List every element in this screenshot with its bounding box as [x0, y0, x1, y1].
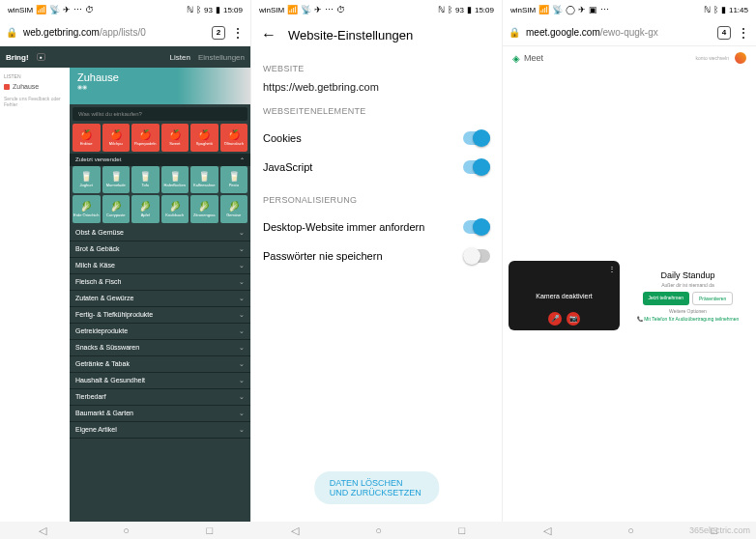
bring-sidebar: LISTEN Zuhause Sende uns Feedback oder F…	[0, 68, 70, 522]
category-row[interactable]: Getränke & Tabak⌄	[70, 356, 250, 373]
signal-icon: 📶	[538, 5, 549, 14]
chevron-down-icon: ⌄	[239, 410, 245, 417]
recent-tile[interactable]: 🥛Haferflocken	[161, 166, 189, 194]
category-row[interactable]: Haushalt & Gesundheit⌄	[70, 373, 250, 389]
meet-icon: ◈	[512, 53, 520, 64]
reset-data-button[interactable]: DATEN LÖSCHEN UND ZURÜCKSETZEN	[314, 471, 440, 504]
toggle-desktop[interactable]	[463, 220, 490, 234]
circle-icon: ◯	[566, 5, 575, 14]
sidebar-item-zuhause[interactable]: Zuhause	[4, 83, 66, 90]
carrier-label: winSIM	[8, 6, 33, 14]
back-button[interactable]: ◁	[39, 525, 46, 537]
recent-tile[interactable]: 🥛Tofu	[131, 166, 160, 194]
more-options-link[interactable]: Weitere Optionen	[625, 308, 750, 314]
shopping-tile[interactable]: 🍎Spaghetti	[190, 124, 218, 152]
recent-tile[interactable]: 🥛Kaffeesahne	[190, 166, 218, 194]
wifi-icon: 📡	[301, 5, 311, 14]
present-button[interactable]: Präsentieren	[692, 292, 733, 305]
category-row[interactable]: Fleisch & Fisch⌄	[70, 274, 250, 291]
recent-tile[interactable]: 🥬Zitronengras	[190, 195, 218, 223]
category-row[interactable]: Baumarkt & Garten⌄	[70, 406, 250, 422]
back-button[interactable]: ◁	[291, 525, 299, 537]
row-javascript[interactable]: JavaScript	[263, 153, 490, 182]
meeting-info: Daily Standup Außer dir ist niemand da J…	[625, 270, 750, 322]
nav-listen[interactable]: Listen	[170, 53, 190, 62]
more-icon: ⋯	[325, 5, 334, 14]
recent-tile[interactable]: 🥬Erde Oriechich	[73, 195, 101, 223]
category-row[interactable]: Fertig- & Tiefkühlprodukte⌄	[70, 307, 250, 324]
category-row[interactable]: Obst & Gemüse⌄	[70, 225, 250, 241]
category-row[interactable]: Zutaten & Gewürze⌄	[70, 291, 250, 307]
category-row[interactable]: Getreideprodukte⌄	[70, 324, 250, 340]
category-row[interactable]: Brot & Gebäck⌄	[70, 241, 250, 258]
recent-tile[interactable]: 🥬Gemüse	[220, 195, 248, 223]
android-nav-bar: ◁ ○ □	[0, 522, 251, 539]
url-text: meet.google.com/ewo-qugk-gx	[526, 27, 712, 38]
chevron-down-icon: ⌄	[239, 393, 245, 401]
back-arrow-icon[interactable]: ←	[261, 26, 276, 43]
category-row[interactable]: Tierbedarf⌄	[70, 389, 250, 406]
chevron-down-icon: ⌄	[239, 295, 245, 302]
avatar[interactable]	[735, 52, 746, 64]
browser-url-bar[interactable]: 🔒 web.getbring.com/app/lists/0 2 ⋮	[0, 19, 250, 46]
tab-count-button[interactable]: 4	[717, 26, 731, 40]
url-text: web.getbring.com/app/lists/0	[23, 27, 206, 38]
tab-count-button[interactable]: 2	[212, 26, 225, 40]
android-nav-bar: ◁ ○ □	[252, 522, 504, 539]
toggle-javascript[interactable]	[463, 160, 490, 174]
badge: ●	[37, 53, 45, 61]
join-button[interactable]: Jetzt teilnehmen	[643, 292, 689, 305]
search-input[interactable]: Was willst du einkaufen?	[73, 107, 247, 121]
row-passwords[interactable]: Passwörter nie speichern	[263, 241, 490, 270]
recent-tile[interactable]: 🥛Marmelade	[102, 166, 131, 194]
shopping-items-row: 🍎Erdöse🍎Milchpu🍎Paperpodeln🍎Sweet🍎Spaghe…	[70, 124, 250, 152]
home-button[interactable]: ○	[123, 525, 130, 536]
menu-dots-icon[interactable]: ⋮	[737, 26, 750, 40]
home-button[interactable]: ○	[375, 525, 382, 536]
browser-url-bar[interactable]: 🔒 meet.google.com/ewo-qugk-gx 4 ⋮	[503, 19, 756, 46]
recent-tile[interactable]: 🥬Currypaste	[102, 195, 131, 223]
account-link[interactable]: konto wechseln	[696, 55, 729, 61]
shopping-tile[interactable]: 🍎Erdöse	[73, 124, 101, 152]
row-cookies[interactable]: Cookies	[263, 124, 490, 153]
recent-tile[interactable]: 🥛Pesto	[220, 166, 248, 194]
menu-dots-icon[interactable]: ⋮	[231, 26, 245, 40]
category-row[interactable]: Snacks & Süsswaren⌄	[70, 340, 250, 356]
recent-tile[interactable]: 🥬Äpfel	[131, 195, 160, 223]
category-row[interactable]: Eigene Artikel⌄	[70, 422, 250, 439]
home-button[interactable]: ○	[627, 525, 634, 536]
chevron-down-icon: ⌄	[239, 426, 245, 434]
chevron-down-icon: ⌄	[239, 344, 245, 352]
nfc-icon: ℕ	[187, 5, 193, 14]
telegram-icon: ✈	[314, 5, 322, 14]
row-desktop-site[interactable]: Desktop-Website immer anfordern	[263, 213, 490, 241]
toggle-passwords[interactable]	[463, 249, 490, 263]
category-row[interactable]: Milch & Käse⌄	[70, 258, 250, 274]
recents-button[interactable]: □	[459, 525, 466, 536]
recent-section-label[interactable]: Zuletzt verwendet⌃	[70, 154, 250, 166]
more-icon: ⋯	[73, 5, 82, 14]
toggle-cookies[interactable]	[463, 131, 490, 145]
shopping-tile[interactable]: 🍎Sweet	[161, 124, 189, 152]
shopping-tile[interactable]: 🍎Milchpu	[102, 124, 131, 152]
recent-tile[interactable]: 🥬Knoblauch	[161, 195, 189, 223]
chevron-down-icon: ⌄	[239, 311, 245, 319]
app-icon: ▣	[589, 5, 597, 14]
shopping-tile[interactable]: 🍎Oltranslach	[220, 124, 248, 152]
preview-menu-icon[interactable]: ⋮	[608, 265, 616, 273]
bring-logo: Bring!	[6, 53, 29, 62]
signal-icon: 📶	[36, 5, 46, 14]
camera-button[interactable]: 📷	[567, 312, 580, 326]
phone-audio-link[interactable]: 📞 Mit Telefon für Audioübertragung teiln…	[625, 316, 750, 322]
nav-settings[interactable]: Einstellungen	[198, 53, 245, 62]
back-button[interactable]: ◁	[543, 525, 551, 537]
list-header: Zuhause ◉◉	[70, 68, 250, 104]
feedback-link[interactable]: Sende uns Feedback oder Fehler	[4, 96, 66, 107]
shopping-tile[interactable]: 🍎Paperpodeln	[131, 124, 160, 152]
chevron-down-icon: ⌄	[239, 377, 245, 384]
meet-body: Kamera deaktiviert 🎤 📷 ⋮ Daily Standup A…	[503, 70, 756, 522]
recent-tile[interactable]: 🥛Joghurt	[73, 166, 101, 194]
mic-button[interactable]: 🎤	[548, 312, 562, 326]
recents-button[interactable]: □	[207, 525, 214, 536]
meeting-title: Daily Standup	[625, 270, 750, 280]
